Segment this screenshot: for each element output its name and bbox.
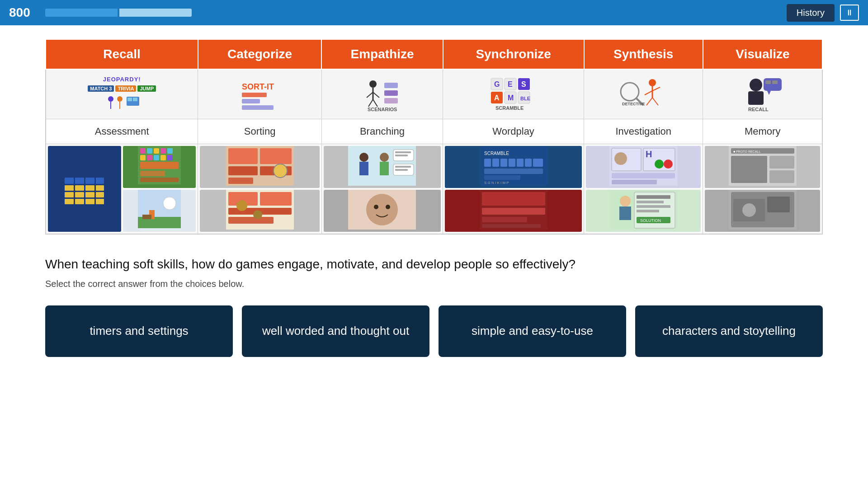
screenshot-detective1: H	[586, 146, 701, 188]
svg-rect-19	[384, 98, 398, 103]
svg-rect-57	[85, 185, 94, 191]
scramble-icon: G E S A M BLE SCRAMBLE	[447, 74, 580, 114]
svg-rect-88	[260, 148, 292, 164]
svg-rect-95	[260, 192, 292, 206]
answer-choice-b[interactable]: well worded and thought out	[242, 305, 429, 357]
screenshot-jump	[123, 190, 196, 232]
svg-rect-18	[384, 90, 398, 96]
svg-text:SCRAMBLE: SCRAMBLE	[484, 151, 509, 156]
col-header-visualize: Visualize	[703, 39, 822, 69]
main-content: Recall Categorize Empathize Synchronize …	[0, 25, 868, 366]
screenshot-detective2: SOLUTION	[586, 190, 701, 232]
svg-line-38	[646, 98, 652, 105]
svg-text:H: H	[646, 149, 652, 159]
svg-point-137	[664, 160, 673, 169]
match3-thumb	[138, 146, 181, 184]
svg-point-142	[620, 196, 631, 206]
svg-rect-85	[142, 215, 151, 219]
screenshot-sort2	[200, 190, 319, 232]
svg-point-113	[374, 205, 378, 209]
topbar-right: History ⏸	[787, 4, 859, 22]
svg-rect-104	[380, 162, 389, 175]
synchronize-screenshots: SCRAMBLE S G N I K I M P	[443, 144, 584, 234]
svg-point-112	[366, 194, 398, 225]
svg-line-13	[367, 92, 373, 98]
label-memory: Memory	[703, 119, 822, 144]
svg-text:SOLUTION: SOLUTION	[640, 218, 661, 223]
svg-rect-117	[484, 159, 491, 167]
svg-rect-62	[96, 192, 104, 197]
question-section: When teaching soft skills, how do games …	[45, 257, 823, 357]
screenshot-recall1: ■ PROTO RECALL	[705, 146, 820, 188]
svg-rect-64	[75, 199, 84, 204]
svg-text:SCRAMBLE: SCRAMBLE	[495, 105, 524, 111]
svg-point-134	[614, 152, 627, 165]
svg-point-34	[649, 79, 656, 86]
svg-line-39	[652, 98, 658, 105]
svg-rect-109	[395, 166, 411, 168]
svg-rect-10	[242, 105, 274, 110]
screenshot-sort1	[200, 146, 319, 188]
svg-rect-72	[167, 148, 173, 154]
progress-bar	[45, 9, 192, 17]
svg-rect-71	[160, 148, 166, 154]
subtype-label-row: Assessment Sorting Branching Wordplay In…	[46, 119, 822, 144]
history-button[interactable]: History	[787, 4, 835, 22]
recall-icons: JEOPARDY! MATCH 3 TRIVIA JUMP	[50, 76, 194, 113]
screenshot-scenario2	[324, 190, 441, 232]
svg-rect-121	[517, 159, 524, 167]
svg-point-11	[369, 80, 377, 88]
svg-text:E: E	[508, 80, 513, 88]
svg-point-103	[380, 153, 389, 162]
detective-icon: DETECTIVE	[588, 74, 699, 114]
label-branching: Branching	[321, 119, 443, 144]
svg-text:M: M	[508, 94, 514, 102]
svg-rect-119	[500, 159, 507, 167]
svg-rect-69	[147, 148, 152, 154]
scenario1-thumb	[348, 146, 416, 186]
svg-rect-124	[484, 169, 543, 174]
svg-rect-146	[637, 201, 664, 203]
sort-it-icon: SORT-IT	[202, 74, 317, 114]
sort-it-svg: SORT-IT	[237, 78, 283, 110]
svg-text:BLE: BLE	[520, 96, 530, 101]
topbar: 800 History ⏸	[0, 0, 868, 25]
svg-point-0	[108, 96, 113, 102]
svg-rect-79	[140, 171, 165, 176]
pause-icon: ⏸	[845, 8, 854, 18]
col-header-recall: Recall	[46, 39, 198, 69]
answer-choice-c[interactable]: simple and easy-to-use	[439, 305, 626, 357]
synthesis-screenshots: H	[584, 144, 703, 234]
label-sorting: Sorting	[198, 119, 321, 144]
answer-choice-a[interactable]: timers and settings	[45, 305, 233, 357]
svg-rect-129	[482, 208, 545, 215]
svg-point-43	[750, 79, 762, 91]
svg-line-37	[652, 87, 660, 91]
sort2-thumb	[226, 190, 294, 230]
svg-rect-45	[764, 78, 782, 91]
svg-rect-156	[769, 170, 794, 183]
svg-rect-66	[96, 199, 104, 204]
recall-mem-icon: RECALL	[707, 74, 818, 114]
svg-point-114	[386, 205, 390, 209]
recall2-thumb	[729, 190, 797, 230]
svg-rect-60	[75, 192, 84, 197]
svg-text:DETECTIVE: DETECTIVE	[622, 102, 645, 106]
svg-rect-17	[384, 83, 398, 88]
svg-rect-128	[482, 192, 545, 206]
svg-rect-74	[147, 155, 152, 160]
svg-rect-59	[65, 192, 74, 197]
svg-rect-125	[484, 175, 520, 180]
svg-rect-80	[140, 178, 179, 182]
pause-button[interactable]: ⏸	[840, 5, 859, 21]
svg-marker-46	[767, 91, 771, 95]
jeopardy-thumb	[63, 169, 106, 208]
jump-thumb	[138, 190, 181, 228]
label-assessment: Assessment	[46, 119, 198, 144]
svg-rect-70	[154, 148, 159, 154]
svg-rect-97	[228, 217, 274, 224]
svg-point-83	[163, 197, 176, 210]
answer-choice-d[interactable]: characters and stoytelling	[635, 305, 823, 357]
scenarios-svg: SCENARIOS	[359, 76, 405, 112]
synchronize-icon-cell: G E S A M BLE SCRAMBLE	[443, 69, 584, 119]
